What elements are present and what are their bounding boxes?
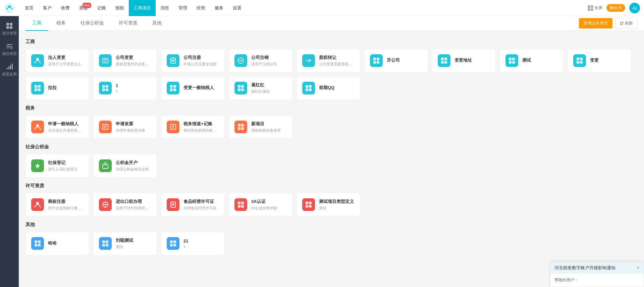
card-change-address[interactable]: 变更地址 — [432, 49, 496, 72]
card-biangeng[interactable]: 变更 — [568, 49, 631, 72]
card-icon — [167, 237, 179, 250]
card-title: 税务报道+记账 — [183, 121, 219, 127]
card-food-license[interactable]: 食品经营许可证 办理食品经营许可证 — [161, 193, 225, 216]
card-open-company[interactable]: 开公司 — [364, 49, 428, 72]
shebao-cards: 社保登记 进行人员社保登记 公积金开户 办理公积金相关业务 — [25, 154, 637, 177]
sidebar-item-project-mgmt[interactable]: 项目管理 — [0, 19, 19, 39]
card-icon — [31, 121, 44, 133]
card-title: 申请一般纳税人 — [48, 121, 84, 127]
logo[interactable] — [4, 3, 15, 13]
card-test-type[interactable]: 测试项目类型定义 测试 — [297, 193, 360, 216]
card-equity-transfer[interactable]: 股权转让 公司变更需要股权转让 — [297, 49, 360, 72]
tab-gongshang[interactable]: 工商 — [25, 16, 48, 31]
svg-rect-27 — [509, 58, 512, 60]
card-apply-taxpayer[interactable]: 申请一般纳税人 当月或次月成变更完成 — [25, 115, 89, 139]
tab-qita[interactable]: 其他 — [146, 16, 168, 31]
card-desc: 股权变更外的业务变更 — [116, 62, 151, 67]
card-icon — [31, 198, 44, 211]
card-title: 3A认证 — [251, 199, 287, 205]
card-qianqi-qq[interactable]: 前期QQ — [297, 76, 360, 100]
card-gjj-open[interactable]: 公积金开户 办理公积金相关业务 — [93, 154, 157, 177]
svg-rect-31 — [577, 58, 579, 60]
card-icon — [31, 159, 44, 172]
card-import-export[interactable]: 进出口权办理 适用于对外贸易经营者 — [93, 193, 157, 216]
svg-rect-51 — [306, 85, 308, 88]
tab-xuke[interactable]: 许可资质 — [112, 16, 144, 31]
card-title: 商标注册 — [48, 199, 84, 205]
card-lala[interactable]: 拉拉 — [25, 76, 89, 100]
svg-rect-30 — [512, 61, 515, 64]
card-desc: 适用于对外贸易经营者 — [116, 206, 151, 211]
card-title: 公积金开户 — [116, 160, 151, 166]
svg-rect-24 — [444, 58, 447, 60]
notif-close-button[interactable]: × — [637, 265, 640, 271]
card-company-change[interactable]: 公司变更 股权变更外的业务变更 — [93, 49, 157, 72]
sidebar-item-project-type[interactable]: 项目类型 — [0, 39, 19, 60]
card-shebao-register[interactable]: 社保登记 进行人员社保登记 — [25, 154, 89, 177]
card-icon — [31, 82, 44, 94]
svg-rect-79 — [106, 240, 108, 243]
card-tax-bookkeeping[interactable]: 税务报道+记账 拿到营业执照的新公司 — [161, 115, 225, 139]
card-gehonghong[interactable]: 葛红红 葛红红测试 — [229, 76, 292, 100]
card-icon — [370, 54, 383, 67]
gongshang-cards: 法人变更 适用于公司变更法人 公司变更 股权变更外的业务变更 公司注册 — [25, 49, 637, 100]
nav-manage[interactable]: 管理 — [174, 0, 192, 16]
card-desc: 办理食品经营许可证 — [183, 206, 219, 211]
svg-rect-67 — [241, 202, 244, 204]
nav-bookkeeping[interactable]: 记账 — [93, 0, 111, 16]
svg-rect-82 — [170, 240, 173, 243]
fullscreen-btn[interactable]: 全屏 — [588, 5, 602, 11]
svg-point-0 — [4, 3, 14, 13]
nav-tax[interactable]: 报税 — [111, 0, 129, 16]
svg-rect-57 — [170, 125, 176, 129]
nav-client[interactable]: 客户 — [38, 0, 56, 16]
tab-shebao[interactable]: 社保公积金 — [74, 16, 111, 31]
svg-point-63 — [36, 202, 39, 205]
card-faren-biangeng[interactable]: 法人变更 适用于公司变更法人 — [25, 49, 89, 72]
card-company-cancel[interactable]: 公司注销 适用于注销公司 — [229, 49, 292, 72]
svg-rect-60 — [238, 127, 240, 130]
card-test[interactable]: 测试 — [500, 49, 564, 72]
card-haha[interactable]: 哈哈 — [25, 232, 89, 255]
card-1[interactable]: 1 1 — [93, 76, 157, 100]
svg-rect-32 — [580, 58, 583, 60]
card-company-register[interactable]: 公司注册 申请公司注册全流程 — [161, 49, 225, 72]
nav-home[interactable]: 首页 — [20, 0, 38, 16]
card-apply-invoice[interactable]: 申请发票 办理申请发票业务 — [93, 115, 157, 139]
nav-message[interactable]: 消息 — [156, 0, 174, 16]
card-change-taxpayer[interactable]: 变更一般纳税人 — [161, 76, 225, 100]
svg-rect-5 — [591, 9, 593, 10]
card-title: 测试 — [522, 57, 558, 63]
refresh-button[interactable]: 刷新 — [615, 18, 637, 28]
nav-business[interactable]: 经营 — [192, 0, 210, 16]
svg-rect-85 — [173, 244, 176, 246]
card-trademark[interactable]: 商标注册 用于企业商标注册服务 — [25, 193, 89, 216]
nav-gongshang[interactable]: 工商项目 — [129, 0, 156, 16]
svg-rect-71 — [309, 202, 312, 204]
sidebar-label-project-mgmt: 项目管理 — [2, 31, 17, 36]
avatar[interactable]: AI — [629, 3, 640, 13]
svg-point-55 — [36, 124, 39, 127]
card-title: 进出口权办理 — [116, 199, 151, 205]
tab-shuiwu[interactable]: 税务 — [50, 16, 72, 31]
sidebar-item-progress[interactable]: 进度监测 — [0, 60, 19, 80]
svg-rect-9 — [10, 26, 12, 29]
card-icon — [99, 82, 112, 94]
nav-settings[interactable]: 设置 — [228, 0, 246, 16]
card-liucong-test[interactable]: 刘聪测试 测试 — [93, 232, 157, 255]
notification-popup: 河北税务数字账户升级影响通知 × 尊敬的用户： — [550, 262, 644, 287]
svg-rect-33 — [577, 61, 579, 64]
card-desc: 测试 — [319, 206, 355, 211]
card-title: 测试项目类型定义 — [319, 199, 355, 205]
nav-service[interactable]: 服务 — [210, 0, 228, 16]
vip-button[interactable]: 畅会员 — [606, 4, 625, 12]
new-type-button[interactable]: 新增业务类型 — [579, 18, 612, 28]
card-3a-cert[interactable]: 3A认证 对企业信誉评级 — [229, 193, 292, 216]
card-21[interactable]: 21 1 — [161, 232, 225, 255]
svg-rect-3 — [591, 6, 593, 7]
nav-ticket[interactable]: 票据 new — [74, 0, 93, 16]
svg-rect-84 — [170, 244, 173, 246]
nav-fee[interactable]: 收费 — [56, 0, 74, 16]
card-new-project[interactable]: 新项目 报税加税控盘保管 — [229, 115, 292, 139]
card-icon — [31, 237, 44, 250]
